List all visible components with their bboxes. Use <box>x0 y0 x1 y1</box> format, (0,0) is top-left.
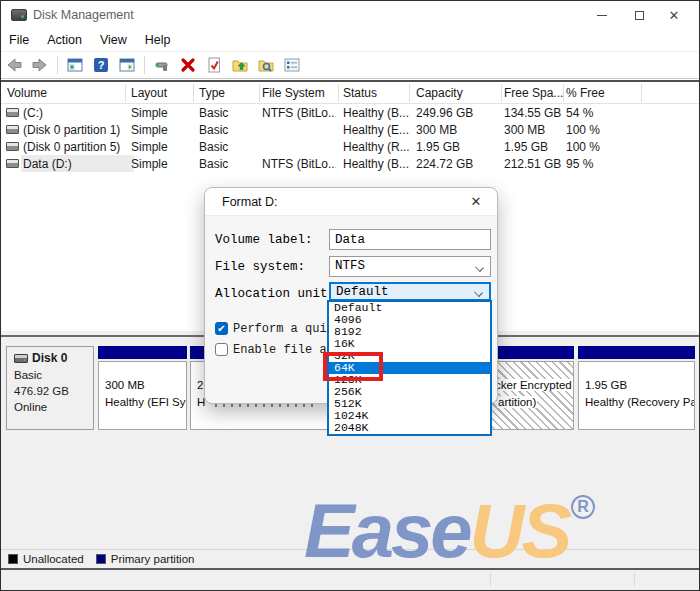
cell-pct-free: 54 % <box>566 106 630 120</box>
col-free-space[interactable]: Free Spa... <box>504 86 563 100</box>
console-tree-icon[interactable] <box>63 54 87 76</box>
back-icon[interactable] <box>2 54 26 76</box>
cell-type: Basic <box>199 157 257 171</box>
menu-file[interactable]: File <box>1 33 38 47</box>
checkbox-unchecked-icon[interactable] <box>215 343 228 356</box>
title-bar: Disk Management ✕ <box>1 1 699 29</box>
file-system-select[interactable]: NTFS <box>329 256 491 277</box>
toolbar-separator <box>57 56 58 74</box>
menu-bar: File Action View Help <box>1 29 699 52</box>
disk-management-window: Disk Management ✕ File Action View Help … <box>0 0 700 591</box>
disk-size: 476.92 GB <box>14 385 93 397</box>
cell-type: Basic <box>199 123 257 137</box>
col-capacity[interactable]: Capacity <box>416 86 463 100</box>
col-pct-free[interactable]: % Free <box>566 86 605 100</box>
disk-icon <box>14 354 28 363</box>
cell-capacity: 300 MB <box>416 123 496 137</box>
allocation-unit-value: Default <box>336 285 389 299</box>
cell-type: Basic <box>199 106 257 120</box>
explore-folder-icon[interactable] <box>254 54 278 76</box>
cell-layout: Simple <box>131 157 193 171</box>
legend-unallocated: Unallocated <box>23 553 84 565</box>
watermark-ease: Ease <box>304 488 470 573</box>
col-status[interactable]: Status <box>343 86 377 100</box>
partition-recovery[interactable]: 1.95 GB Healthy (Recovery Par <box>578 346 695 430</box>
chevron-down-icon <box>475 263 484 272</box>
cell-pct-free: 100 % <box>566 140 630 154</box>
menu-help[interactable]: Help <box>136 33 180 47</box>
help-icon[interactable]: ? <box>89 54 113 76</box>
partition-color-bar <box>98 346 187 359</box>
partition-efi[interactable]: 300 MB Healthy (EFI Sy: <box>98 346 187 430</box>
tool-icon[interactable] <box>150 54 174 76</box>
cell-status: Healthy (R... <box>343 140 409 154</box>
cell-layout: Simple <box>131 106 193 120</box>
unallocated-color-swatch <box>8 554 18 564</box>
legend-primary-partition: Primary partition <box>111 553 195 565</box>
registered-trademark-icon: R <box>571 495 595 519</box>
partition-size: 2 <box>197 379 203 391</box>
cell-volume: Data (D:) <box>23 157 125 171</box>
menu-view[interactable]: View <box>91 33 136 47</box>
easeus-watermark: EaseUSR <box>304 493 595 569</box>
cell-status: Healthy (B... <box>343 106 409 120</box>
volume-label-input[interactable] <box>329 229 491 250</box>
partition-status: Healthy (Recovery Par <box>585 396 695 408</box>
checkbox-checked-icon[interactable]: ✔ <box>215 322 228 335</box>
file-system-label: File system: <box>215 260 305 274</box>
check-document-icon[interactable] <box>202 54 226 76</box>
forward-icon[interactable] <box>28 54 52 76</box>
table-row-c[interactable]: (C:) Simple Basic NTFS (BitLo... Healthy… <box>1 104 699 121</box>
toolbar-separator <box>144 56 145 74</box>
window-title: Disk Management <box>33 8 134 22</box>
app-icon <box>11 9 27 21</box>
col-type[interactable]: Type <box>199 86 225 100</box>
col-layout[interactable]: Layout <box>131 86 167 100</box>
cell-capacity: 1.95 GB <box>416 140 496 154</box>
partition-label-fragment: artition) <box>497 396 537 408</box>
partition-color-bar <box>578 346 695 359</box>
disk0-label-box[interactable]: Disk 0 Basic 476.92 GB Online <box>6 346 94 430</box>
volume-list-header: Volume Layout Type File System Status Ca… <box>1 82 699 104</box>
file-system-value: NTFS <box>335 259 365 273</box>
allocation-unit-label: Allocation unit <box>215 287 328 301</box>
cell-pct-free: 95 % <box>566 157 630 171</box>
cell-volume: (C:) <box>23 106 125 120</box>
cell-file-system: NTFS (BitLo... <box>262 106 336 120</box>
col-file-system[interactable]: File System <box>262 86 325 100</box>
cell-free-space: 212.51 GB <box>504 157 562 171</box>
cell-status: Healthy (E... <box>343 123 409 137</box>
cell-status: Healthy (B... <box>343 157 409 171</box>
cell-layout: Simple <box>131 140 193 154</box>
partition-status: Healthy (EFI Sy: <box>105 396 187 408</box>
status-bar <box>1 570 699 590</box>
maximize-button[interactable] <box>622 1 656 29</box>
cell-capacity: 249.96 GB <box>416 106 496 120</box>
close-button[interactable]: ✕ <box>657 1 691 29</box>
allocation-unit-select[interactable]: Default <box>329 282 491 301</box>
action-pane-icon[interactable] <box>115 54 139 76</box>
volume-icon <box>6 125 19 134</box>
cell-pct-free: 100 % <box>566 123 630 137</box>
col-volume[interactable]: Volume <box>7 86 47 100</box>
chevron-down-icon <box>474 288 483 297</box>
minimize-button[interactable] <box>585 1 619 29</box>
table-row-partition5[interactable]: (Disk 0 partition 5) Simple Basic Health… <box>1 138 699 155</box>
dialog-title-bar: Format D: ✕ <box>205 188 497 216</box>
cell-volume: (Disk 0 partition 5) <box>23 140 125 154</box>
table-row-partition1[interactable]: (Disk 0 partition 1) Simple Basic Health… <box>1 121 699 138</box>
properties-icon[interactable] <box>280 54 304 76</box>
menu-action[interactable]: Action <box>38 33 91 47</box>
volume-icon <box>6 108 19 117</box>
cell-layout: Simple <box>131 123 193 137</box>
annotation-red-box <box>323 352 383 381</box>
option-2048k[interactable]: 2048K <box>329 422 490 434</box>
toolbar: ? <box>1 52 699 79</box>
table-row-data-d[interactable]: Data (D:) Simple Basic NTFS (BitLo... He… <box>1 155 699 172</box>
dialog-close-icon[interactable]: ✕ <box>463 192 489 212</box>
open-folder-icon[interactable] <box>228 54 252 76</box>
cell-volume: (Disk 0 partition 1) <box>23 123 125 137</box>
primary-partition-color-swatch <box>96 554 106 564</box>
delete-volume-icon[interactable] <box>176 54 200 76</box>
disk-name: Disk 0 <box>32 351 67 365</box>
